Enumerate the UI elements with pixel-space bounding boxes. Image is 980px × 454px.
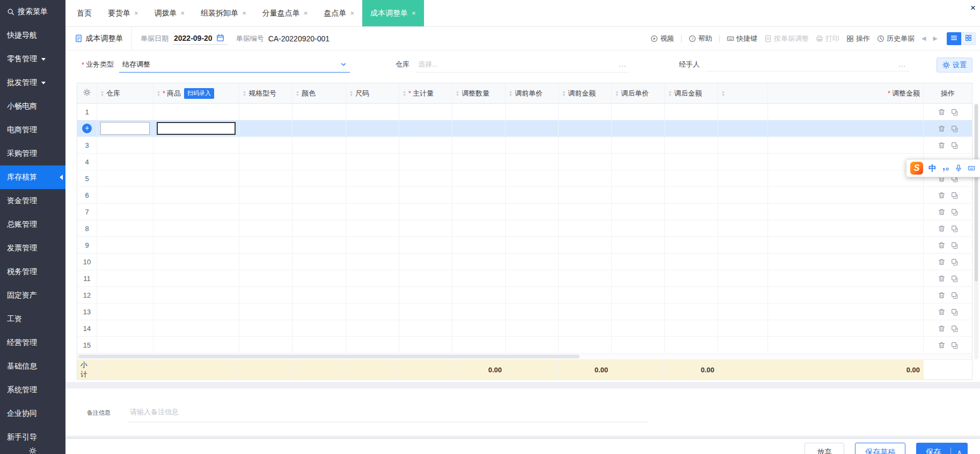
cell-price_before[interactable] xyxy=(506,204,559,220)
cell-product[interactable] xyxy=(153,154,239,170)
grid-row[interactable]: 5 xyxy=(77,170,972,187)
cell-color[interactable] xyxy=(292,154,346,170)
cell-amount_after[interactable] xyxy=(665,120,718,136)
cell-amount_after[interactable] xyxy=(665,154,718,170)
cell-size[interactable] xyxy=(346,287,399,303)
save-button[interactable]: 保存 ∧ xyxy=(916,443,968,454)
column-header-spec[interactable]: ▲▼规格型号 xyxy=(239,83,292,103)
cell-spec[interactable] xyxy=(239,104,292,120)
cell-color[interactable] xyxy=(292,204,346,220)
cell-spacer[interactable] xyxy=(718,270,768,286)
column-header-warehouse[interactable]: ▲▼仓库 xyxy=(97,83,153,103)
cell-adjust_amount[interactable] xyxy=(768,237,924,253)
cell-amount_after[interactable] xyxy=(665,320,718,336)
column-header-amount_after[interactable]: ▲▼调后金额 xyxy=(665,83,718,103)
sidebar-item-retail[interactable]: 零售管理 xyxy=(0,47,65,71)
cell-qty[interactable] xyxy=(452,337,506,353)
cell-price_after[interactable] xyxy=(612,337,665,353)
cell-qty[interactable] xyxy=(452,237,506,253)
cell-price_after[interactable] xyxy=(612,170,665,186)
cell-warehouse[interactable] xyxy=(97,287,153,303)
cell-amount_before[interactable] xyxy=(559,187,612,203)
sidebar-item-fixed-assets[interactable]: 固定资产 xyxy=(0,284,65,307)
copy-row-icon[interactable] xyxy=(951,258,958,265)
cell-spacer[interactable] xyxy=(718,237,768,253)
toolbar-action-print[interactable]: 打印 xyxy=(816,34,839,44)
cell-adjust_amount[interactable] xyxy=(768,137,924,153)
cell-warehouse[interactable] xyxy=(97,337,153,353)
cell-size[interactable] xyxy=(346,337,399,353)
cell-price_before[interactable] xyxy=(506,120,559,136)
cell-index[interactable]: 8 xyxy=(77,220,97,236)
warehouse-cell-input[interactable] xyxy=(100,122,150,135)
cell-unit[interactable] xyxy=(399,220,452,236)
cell-adjust_amount[interactable] xyxy=(768,254,924,270)
cell-spacer[interactable] xyxy=(718,204,768,220)
cell-amount_after[interactable] xyxy=(665,204,718,220)
toolbar-action-video[interactable]: 视频 xyxy=(650,34,674,44)
cell-adjust_amount[interactable] xyxy=(768,104,924,120)
cell-unit[interactable] xyxy=(399,137,452,153)
grid-row[interactable]: 9 xyxy=(77,237,972,254)
column-header-spacer[interactable]: ▲▼ xyxy=(718,83,768,103)
cell-unit[interactable] xyxy=(399,154,452,170)
cell-color[interactable] xyxy=(292,270,346,286)
cell-product[interactable] xyxy=(153,120,239,136)
tab-close-icon[interactable]: × xyxy=(181,10,185,17)
cell-amount_before[interactable] xyxy=(559,254,612,270)
cell-spec[interactable] xyxy=(239,237,292,253)
cell-product[interactable] xyxy=(153,204,239,220)
cell-index[interactable]: 11 xyxy=(77,270,97,286)
grid-row[interactable]: 6 xyxy=(77,187,972,204)
cell-amount_before[interactable] xyxy=(559,154,612,170)
cell-spacer[interactable] xyxy=(718,154,768,170)
cell-qty[interactable] xyxy=(452,187,506,203)
tab-cost-adjustment[interactable]: 成本调整单× xyxy=(362,0,424,26)
tab-close-icon[interactable]: × xyxy=(412,10,416,17)
tab-request-goods[interactable]: 要货单× xyxy=(100,0,147,26)
cell-adjust_amount[interactable] xyxy=(768,320,924,336)
cell-index[interactable]: 5 xyxy=(77,170,97,186)
cell-spec[interactable] xyxy=(239,204,292,220)
cell-adjust_amount[interactable] xyxy=(768,287,924,303)
settings-button[interactable]: 设置 xyxy=(937,57,972,73)
cell-price_before[interactable] xyxy=(506,337,559,353)
sidebar-item-purchase[interactable]: 采购管理 xyxy=(0,142,65,165)
toolbar-action-operate[interactable]: 操作 xyxy=(846,34,870,44)
cell-index[interactable]: 4 xyxy=(77,154,97,170)
cell-price_after[interactable] xyxy=(612,204,665,220)
sidebar-item-beginner-guide[interactable]: 新手引导 xyxy=(0,426,65,449)
sidebar-settings-gear-icon[interactable] xyxy=(0,447,65,454)
cell-adjust_amount[interactable] xyxy=(768,187,924,203)
cell-spacer[interactable] xyxy=(718,120,768,136)
cell-warehouse[interactable] xyxy=(97,120,153,136)
cell-spec[interactable] xyxy=(239,337,292,353)
cancel-button[interactable]: 放弃 xyxy=(805,443,844,454)
mic-icon[interactable] xyxy=(955,164,962,172)
tab-stocktake[interactable]: 盘点单× xyxy=(316,0,362,26)
column-header-size[interactable]: ▲▼尺码 xyxy=(346,83,399,103)
cell-qty[interactable] xyxy=(452,220,506,236)
tab-transfer[interactable]: 调拨单× xyxy=(147,0,193,26)
biz-type-select[interactable]: 结存调整 xyxy=(119,57,350,73)
cell-qty[interactable] xyxy=(452,154,506,170)
column-header-price_after[interactable]: ▲▼调后单价 xyxy=(612,83,665,103)
cell-amount_after[interactable] xyxy=(665,104,718,120)
tab-home[interactable]: 首页 xyxy=(69,0,100,26)
cell-color[interactable] xyxy=(292,320,346,336)
punctuation-icon[interactable] xyxy=(942,164,949,172)
chinese-mode-icon[interactable]: 中 xyxy=(928,163,937,174)
sidebar-item-tax[interactable]: 税务管理 xyxy=(0,260,65,284)
cell-warehouse[interactable] xyxy=(97,254,153,270)
cell-price_after[interactable] xyxy=(612,120,665,136)
cell-spacer[interactable] xyxy=(718,254,768,270)
add-row-icon[interactable]: + xyxy=(82,124,92,133)
close-icon[interactable]: × xyxy=(970,3,976,13)
cell-adjust_amount[interactable] xyxy=(768,120,924,136)
cell-price_before[interactable] xyxy=(506,220,559,236)
cell-size[interactable] xyxy=(346,170,399,186)
sidebar-item-invoice[interactable]: 发票管理 xyxy=(0,236,65,260)
cell-color[interactable] xyxy=(292,337,346,353)
copy-row-icon[interactable] xyxy=(951,275,958,282)
cell-spacer[interactable] xyxy=(718,320,768,336)
